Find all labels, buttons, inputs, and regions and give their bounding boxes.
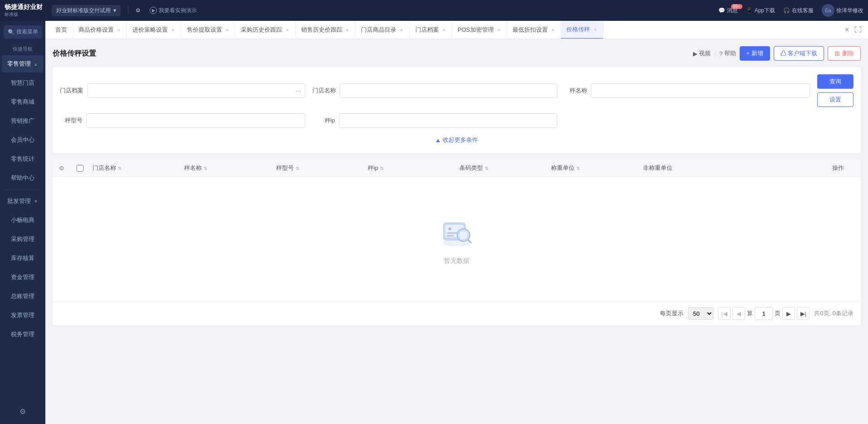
settings-icon-btn[interactable]: ⚙ bbox=[136, 7, 141, 14]
next-page-btn[interactable]: ▶ bbox=[782, 307, 795, 320]
per-page-select[interactable]: 50 10 20 100 bbox=[688, 307, 713, 320]
sidebar-item-finance[interactable]: 资金管理 bbox=[2, 269, 44, 286]
first-page-btn[interactable]: |◀ bbox=[718, 307, 731, 320]
tab-sale-history[interactable]: 销售历史价跟踪 × bbox=[296, 21, 356, 39]
select-all-checkbox[interactable] bbox=[77, 165, 83, 172]
search-menu-btn[interactable]: 🔍 搜索菜单 bbox=[4, 25, 42, 39]
col-non-weight-unit: 非称重单位 bbox=[639, 159, 816, 177]
headset-icon: 🎧 bbox=[783, 7, 790, 14]
message-icon: 💬 bbox=[718, 7, 725, 14]
online-service-btn[interactable]: 🎧 在线客服 bbox=[783, 7, 814, 14]
scale-ip-input[interactable] bbox=[339, 113, 558, 128]
messages-btn[interactable]: 💬 消息 99+ bbox=[718, 7, 738, 14]
tab-close-min-discount[interactable]: × bbox=[551, 26, 555, 34]
content-area: 首页 商品价格设置 × 进价策略设置 × 售价提取设置 × 采购历史价跟踪 × bbox=[45, 21, 868, 424]
sidebar-settings-btn[interactable]: ⚙ bbox=[16, 404, 29, 419]
app-download-btn[interactable]: 📱 App下载 bbox=[746, 7, 775, 14]
scale-name-input[interactable] bbox=[591, 83, 810, 98]
video-link[interactable]: ▶ 视频 bbox=[693, 49, 711, 58]
phone-icon: 📱 bbox=[746, 7, 753, 14]
sidebar-divider-1 bbox=[4, 189, 42, 190]
tab-store-file[interactable]: 门店档案 × bbox=[410, 21, 452, 39]
scale-model-input[interactable] bbox=[86, 113, 305, 128]
tab-close-advance-strategy[interactable]: × bbox=[171, 26, 175, 34]
tab-sale-extract[interactable]: 售价提取设置 × bbox=[181, 21, 235, 39]
tab-advance-strategy[interactable]: 进价策略设置 × bbox=[127, 21, 181, 39]
sort-scale-model-icon[interactable]: ⇅ bbox=[296, 166, 299, 171]
logo-area: 畅捷通好业财 标准版 bbox=[5, 3, 43, 18]
tab-close-sale-extract[interactable]: × bbox=[225, 26, 229, 34]
tab-expand-btn[interactable]: ⛶ bbox=[853, 24, 863, 36]
sidebar-item-wholesale[interactable]: 批发管理 ▼ bbox=[2, 193, 44, 210]
sidebar-item-retail-mall[interactable]: 零售商城 bbox=[2, 93, 44, 111]
col-scale-ip-label: 秤ip bbox=[368, 164, 378, 172]
download-btn[interactable]: 凸 客户端下载 bbox=[774, 46, 824, 61]
sidebar-item-tax[interactable]: 税务管理 bbox=[2, 326, 44, 343]
sidebar-item-inventory[interactable]: 库存核算 bbox=[2, 250, 44, 267]
tab-close-price-scale[interactable]: × bbox=[593, 26, 597, 33]
sort-weight-unit-icon[interactable]: ⇅ bbox=[576, 166, 580, 171]
tab-home[interactable]: 首页 bbox=[50, 21, 73, 39]
sidebar-purchase-label: 采购管理 bbox=[11, 235, 34, 243]
tab-store-catalog[interactable]: 门店商品目录 × bbox=[356, 21, 410, 39]
online-service-label: 在线客服 bbox=[792, 7, 814, 14]
last-page-btn[interactable]: ▶| bbox=[797, 307, 809, 320]
sidebar-item-wisdom-store[interactable]: 智慧门店 bbox=[2, 74, 44, 92]
tab-price-setting[interactable]: 商品价格设置 × bbox=[73, 21, 127, 39]
sort-store-name-icon[interactable]: ⇅ bbox=[118, 166, 122, 171]
user-menu[interactable]: Ea 徐泽华修改 bbox=[822, 4, 863, 17]
tab-close-purchase-history[interactable]: × bbox=[285, 26, 289, 34]
help-link[interactable]: ? 帮助 bbox=[719, 49, 736, 58]
tab-min-discount[interactable]: 最低折扣设置 × bbox=[507, 21, 561, 39]
tab-close-price-setting[interactable]: × bbox=[117, 26, 121, 34]
sidebar-item-invoice[interactable]: 发票管理 bbox=[2, 307, 44, 324]
user-name: 徐泽华修改 bbox=[836, 7, 863, 14]
sidebar-item-help[interactable]: 帮助中心 bbox=[2, 169, 44, 187]
sidebar-item-marketing[interactable]: 营销推广 bbox=[2, 112, 44, 130]
prev-page-btn[interactable]: ◀ bbox=[732, 307, 745, 320]
quick-nav-label: 快捷导航 bbox=[0, 43, 45, 54]
chevron-down-icon: ▼ bbox=[34, 199, 38, 204]
sidebar-item-ledger[interactable]: 总账管理 bbox=[2, 288, 44, 305]
tab-price-scale[interactable]: 价格传秤 × bbox=[561, 21, 603, 39]
sidebar-item-member[interactable]: 会员中心 bbox=[2, 131, 44, 149]
sort-barcode-type-icon[interactable]: ⇅ bbox=[485, 166, 488, 171]
col-scale-ip: 秤ip ⇅ bbox=[364, 159, 456, 177]
col-weight-unit: 称重单位 ⇅ bbox=[547, 159, 639, 177]
col-ops: 操作 bbox=[815, 159, 861, 177]
store-name-input[interactable] bbox=[340, 83, 558, 98]
tab-close-store-file[interactable]: × bbox=[442, 26, 446, 34]
form-row-2: 秤型号 秤ip bbox=[60, 113, 853, 128]
sort-scale-name-icon[interactable]: ⇅ bbox=[204, 166, 207, 171]
sidebar-item-retail-stats[interactable]: 零售统计 bbox=[2, 150, 44, 168]
collapse-btn[interactable]: ▲ 收起更多条件 bbox=[430, 134, 484, 146]
query-btn[interactable]: 查询 bbox=[817, 74, 853, 89]
scale-model-group: 秤型号 bbox=[60, 113, 305, 128]
sidebar-item-xiaochange[interactable]: 小畅电商 bbox=[2, 212, 44, 229]
sidebar-item-purchase[interactable]: 采购管理 bbox=[2, 231, 44, 248]
tab-bar-actions: × ⛶ bbox=[843, 24, 863, 36]
tab-close-pos-management[interactable]: × bbox=[497, 26, 501, 34]
sidebar-xiaochange-label: 小畅电商 bbox=[11, 216, 34, 224]
sort-scale-ip-icon[interactable]: ⇅ bbox=[380, 166, 384, 171]
settings-query-btn[interactable]: 设置 bbox=[817, 92, 853, 107]
tab-pos-management-label: POS加密管理 bbox=[458, 26, 493, 34]
delete-btn[interactable]: 血 删除 bbox=[828, 46, 861, 61]
store-file-input[interactable] bbox=[88, 84, 292, 97]
sidebar-retail-stats-label: 零售统计 bbox=[11, 155, 34, 163]
table-settings-icon[interactable]: ⚙ bbox=[59, 165, 64, 172]
tab-close-sale-history[interactable]: × bbox=[345, 26, 350, 34]
sidebar-marketing-label: 营销推广 bbox=[11, 117, 34, 125]
store-file-dots-btn[interactable]: ··· bbox=[292, 87, 305, 94]
sidebar-item-retail[interactable]: 零售管理 ▲ bbox=[2, 55, 44, 72]
tab-close-store-catalog[interactable]: × bbox=[399, 26, 404, 34]
chevron-up-icon-collapse: ▲ bbox=[435, 137, 441, 144]
store-file-group: 门店档案 ··· bbox=[60, 83, 305, 98]
demo-link[interactable]: ▶ 我要看实例演示 bbox=[150, 7, 197, 14]
edition-selector[interactable]: 好业财标准版交付试用 ▾ bbox=[52, 5, 121, 16]
page-input[interactable] bbox=[755, 307, 773, 320]
tab-pos-management[interactable]: POS加密管理 × bbox=[452, 21, 507, 39]
add-btn[interactable]: + 新增 bbox=[740, 46, 770, 61]
tab-purchase-history[interactable]: 采购历史价跟踪 × bbox=[235, 21, 295, 39]
tab-close-all-btn[interactable]: × bbox=[843, 24, 851, 36]
